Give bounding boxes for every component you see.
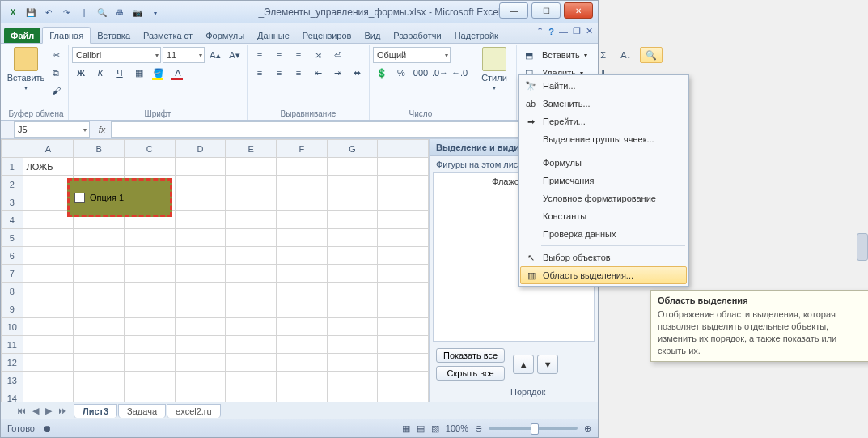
align-bottom-icon[interactable]: ≡ <box>290 47 307 63</box>
inc-decimal-icon[interactable]: .0→ <box>431 65 449 81</box>
underline-button[interactable]: Ч <box>111 65 129 81</box>
align-right-icon[interactable]: ≡ <box>290 65 307 81</box>
menu-replace[interactable]: abЗаменить... <box>520 95 687 113</box>
tab-developer[interactable]: Разработчи <box>387 28 447 43</box>
tab-insert[interactable]: Вставка <box>91 28 137 43</box>
fill-color-button[interactable]: 🪣 <box>150 65 167 81</box>
col-header[interactable]: G <box>327 140 378 158</box>
tab-formulas[interactable]: Формулы <box>199 28 251 43</box>
align-top-icon[interactable]: ≡ <box>251 47 269 63</box>
sheet-tab[interactable]: Лист3 <box>74 404 117 418</box>
menu-goto[interactable]: ➡Перейти... <box>520 113 687 130</box>
comma-icon[interactable]: 000 <box>412 65 430 81</box>
row-header[interactable]: 3 <box>2 193 23 211</box>
col-header[interactable]: D <box>175 140 226 158</box>
menu-constants[interactable]: Константы <box>520 207 687 225</box>
menu-cond-format[interactable]: Условное форматирование <box>520 189 687 207</box>
shrink-font-icon[interactable]: A▾ <box>226 47 243 63</box>
macro-record-icon[interactable]: ⏺ <box>43 423 52 433</box>
mdi-close-icon[interactable]: ✕ <box>586 26 593 36</box>
row-header[interactable]: 13 <box>2 372 23 389</box>
sheet-tab[interactable]: Задача <box>118 404 166 418</box>
tab-nav-prev-icon[interactable]: ◀ <box>32 406 39 416</box>
print-icon[interactable]: 🖶 <box>112 5 127 19</box>
checkbox-box-icon[interactable] <box>74 193 85 203</box>
autosum-icon[interactable]: Σ <box>595 47 612 63</box>
row-header[interactable]: 7 <box>2 265 23 283</box>
view-pagelayout-icon[interactable]: ▤ <box>417 423 425 434</box>
row-header[interactable]: 2 <box>2 176 23 193</box>
move-down-icon[interactable]: ▼ <box>537 355 558 374</box>
cut-icon[interactable]: ✂ <box>47 47 65 63</box>
help-icon[interactable]: ? <box>548 27 554 36</box>
name-box[interactable]: J5 <box>14 121 90 138</box>
hide-all-button[interactable]: Скрыть все <box>436 366 505 381</box>
tab-page-layout[interactable]: Разметка ст <box>137 28 199 43</box>
excel-icon[interactable]: X <box>6 5 20 19</box>
show-all-button[interactable]: Показать все <box>436 348 505 363</box>
row-header[interactable]: 6 <box>2 247 23 265</box>
row-header[interactable]: 1 <box>2 158 23 176</box>
col-header[interactable]: E <box>226 140 277 158</box>
paste-button[interactable]: Вставить ▾ <box>7 47 44 100</box>
percent-icon[interactable]: % <box>392 65 410 81</box>
menu-data-validation[interactable]: Проверка данных <box>520 225 687 243</box>
sheet-tab[interactable]: excel2.ru <box>167 404 221 418</box>
tab-nav-last-icon[interactable]: ⏭ <box>58 406 67 415</box>
menu-selection-pane[interactable]: ▥Область выделения... <box>520 266 687 284</box>
tab-data[interactable]: Данные <box>251 28 296 43</box>
view-pagebreak-icon[interactable]: ▧ <box>431 423 439 434</box>
col-header[interactable] <box>378 140 429 158</box>
cell[interactable]: ЛОЖЬ <box>23 158 74 176</box>
italic-button[interactable]: К <box>91 65 109 81</box>
find-select-button[interactable]: 🔍 <box>640 47 663 63</box>
tab-nav-first-icon[interactable]: ⏮ <box>17 406 26 415</box>
checkbox-shape[interactable]: Опция 1 <box>67 178 172 217</box>
border-button[interactable]: ▦ <box>130 65 148 81</box>
row-header[interactable]: 8 <box>2 283 23 300</box>
row-header[interactable]: 9 <box>2 300 23 318</box>
indent-inc-icon[interactable]: ⇥ <box>328 65 346 81</box>
tab-view[interactable]: Вид <box>358 28 387 43</box>
orientation-icon[interactable]: ⤮ <box>309 47 327 63</box>
tab-home[interactable]: Главная <box>42 27 91 44</box>
mdi-restore-icon[interactable]: ❐ <box>573 26 581 36</box>
bold-button[interactable]: Ж <box>72 65 90 81</box>
vertical-scrollbar[interactable] <box>857 233 868 261</box>
row-header[interactable]: 12 <box>2 354 23 372</box>
align-center-icon[interactable]: ≡ <box>270 65 288 81</box>
insert-cells-icon[interactable]: ⬒ <box>520 47 538 63</box>
zoom-pct[interactable]: 100% <box>446 423 468 433</box>
row-header[interactable]: 11 <box>2 336 23 354</box>
sort-filter-icon[interactable]: A↓ <box>615 47 637 63</box>
indent-dec-icon[interactable]: ⇤ <box>309 65 327 81</box>
format-painter-icon[interactable]: 🖌 <box>47 83 65 99</box>
zoom-slider[interactable] <box>489 427 578 430</box>
zoom-in-icon[interactable]: ⊕ <box>584 423 591 434</box>
copy-icon[interactable]: ⧉ <box>47 65 65 81</box>
font-name-combo[interactable]: Calibri <box>72 47 161 63</box>
minimize-button[interactable]: — <box>499 2 528 19</box>
redo-icon[interactable]: ↷ <box>59 5 74 19</box>
insert-cells-button[interactable]: Вставить <box>540 50 582 60</box>
row-header[interactable]: 14 <box>2 389 23 402</box>
align-middle-icon[interactable]: ≡ <box>270 47 288 63</box>
merge-cells-icon[interactable]: ⬌ <box>348 65 366 81</box>
dec-decimal-icon[interactable]: ←.0 <box>451 65 468 81</box>
accounting-icon[interactable]: 💲 <box>373 65 391 81</box>
move-up-icon[interactable]: ▲ <box>513 355 534 374</box>
print-preview-icon[interactable]: 🔍 <box>95 5 109 19</box>
qat-more-icon[interactable]: ▾ <box>148 4 163 20</box>
menu-formulas[interactable]: Формулы <box>520 154 687 172</box>
save-icon[interactable]: 💾 <box>23 5 38 19</box>
col-header[interactable]: F <box>276 140 327 158</box>
font-size-combo[interactable]: 11 <box>163 47 205 63</box>
mdi-min-icon[interactable]: — <box>559 27 568 36</box>
tab-addins[interactable]: Надстройк <box>448 28 505 43</box>
menu-find[interactable]: 🔭Найти... <box>520 77 687 95</box>
ribbon-min-icon[interactable]: ⌃ <box>536 26 544 36</box>
worksheet[interactable]: A B C D E F G 1ЛОЖЬ 2 3 4 5 6 7 8 9 10 <box>1 139 429 402</box>
row-header[interactable]: 5 <box>2 229 23 247</box>
number-format-combo[interactable]: Общий <box>373 47 451 63</box>
fx-icon[interactable]: fx <box>93 125 111 134</box>
